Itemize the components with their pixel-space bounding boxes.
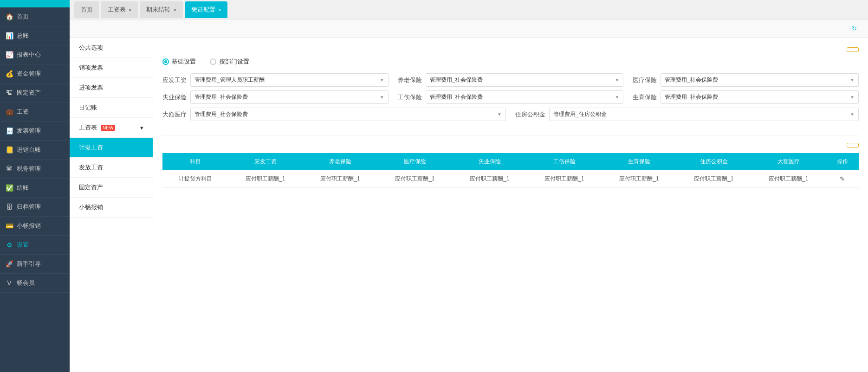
- tab-period-end-tab[interactable]: 期末结转×: [140, 1, 182, 18]
- table-row: 计提贷方科目 应付职工薪酬_1 应付职工薪酬_1 应付职工薪酬_1 应付职工薪酬…: [162, 170, 859, 188]
- refresh-button[interactable]: ↻: [852, 25, 859, 32]
- select-da-e-arrow: ▼: [497, 112, 502, 117]
- field-zhu-fang: 住房公积金 管理费用_住房公积金 ▼: [515, 108, 859, 121]
- left-nav-item-sales-invoice[interactable]: 销项发票: [70, 58, 153, 78]
- left-nav-item-purchase-invoice[interactable]: 进项发票: [70, 78, 153, 98]
- field-label-yi-liao: 医疗保险: [633, 76, 657, 84]
- nav-item-content-journal: 日记账: [79, 103, 97, 112]
- select-gong-shang[interactable]: 管理费用_社会保险费 ▼: [426, 90, 624, 104]
- left-nav-label-accrued-payroll: 计提工资: [79, 143, 103, 152]
- cell-action[interactable]: ✎: [826, 170, 859, 188]
- sidebar-item-archive[interactable]: 🗄 归档管理: [0, 198, 70, 217]
- sidebar-item-label-fund-management: 资金管理: [17, 70, 41, 78]
- sidebar-item-settings[interactable]: ⚙ 设置: [0, 236, 70, 255]
- select-ying-fa-arrow: ▼: [380, 77, 384, 83]
- select-yang-lao[interactable]: 管理费用_社会保险费 ▼: [426, 73, 624, 87]
- sidebar-item-guide[interactable]: 🚀 新手引导: [0, 255, 70, 274]
- th-养老保险: 养老保险: [303, 153, 377, 170]
- left-nav-item-public-options[interactable]: 公共选项: [70, 38, 153, 58]
- select-yang-lao-arrow: ▼: [615, 77, 619, 83]
- tab-label-payroll-tab: 工资表: [108, 6, 126, 14]
- sidebar-item-home[interactable]: 🏠 首页: [0, 7, 70, 26]
- tab-close-period-end-tab[interactable]: ×: [173, 7, 176, 13]
- left-nav-label-pay-payroll: 发放工资: [79, 163, 103, 172]
- field-shi-ye: 失业保险 管理费用_社会保险费 ▼: [162, 90, 389, 104]
- sidebar-item-label-member: 畅会员: [17, 279, 35, 287]
- left-nav-item-journal[interactable]: 日记账: [70, 98, 153, 118]
- sidebar-item-invoice-management[interactable]: 🧾 发票管理: [0, 122, 70, 141]
- sidebar-item-fund-management[interactable]: 💰 资金管理: [0, 64, 70, 83]
- left-nav-item-pay-payroll[interactable]: 发放工资: [70, 158, 153, 178]
- tab-voucher-config-tab[interactable]: 凭证配置×: [185, 1, 227, 18]
- th-大额医疗: 大额医疗: [751, 153, 826, 170]
- radio-basic-setting[interactable]: 基础设置: [162, 58, 196, 66]
- debit-auto-match-button[interactable]: [847, 47, 859, 52]
- sidebar-item-closing[interactable]: ✅ 结账: [0, 179, 70, 198]
- select-gong-shang-value: 管理费用_社会保险费: [430, 93, 483, 101]
- sidebar-item-payroll[interactable]: 💼 工资: [0, 103, 70, 122]
- cell-zhu-fang: 应付职工薪酬_1: [676, 170, 751, 188]
- select-sheng-yu[interactable]: 管理费用_社会保险费 ▼: [661, 90, 859, 104]
- sidebar-item-xiao-chang-expense[interactable]: 💳 小畅报销: [0, 217, 70, 236]
- sidebar-item-label-sales-ledger: 进销台账: [17, 146, 41, 154]
- radio-group: 基础设置 按部门设置: [162, 58, 859, 66]
- tab-payroll-tab[interactable]: 工资表×: [101, 1, 138, 18]
- tab-close-payroll-tab[interactable]: ×: [129, 7, 131, 13]
- radio-dept-setting[interactable]: 按部门设置: [210, 58, 249, 66]
- field-label-gong-shang: 工伤保险: [398, 93, 422, 102]
- sales-ledger-icon: 📒: [6, 146, 13, 154]
- left-nav-label-fixed-assets-nav: 固定资产: [79, 183, 103, 192]
- th-生育保险: 生育保险: [602, 153, 676, 170]
- sidebar-item-label-fixed-assets: 固定资产: [17, 89, 41, 97]
- left-nav-item-payroll-table[interactable]: 工资表NEW ▾: [70, 118, 153, 138]
- select-zhu-fang-value: 管理费用_住房公积金: [553, 110, 607, 118]
- left-nav-label-journal: 日记账: [79, 103, 97, 112]
- credit-auto-match-button[interactable]: [847, 143, 859, 148]
- radio-dept-circle: [210, 58, 216, 65]
- sidebar-item-label-general-ledger: 总账: [17, 32, 29, 40]
- tab-bar: 首页工资表×期末结转×凭证配置×: [70, 0, 868, 19]
- report-center-icon: 📈: [6, 51, 13, 58]
- tab-close-voucher-config-tab[interactable]: ×: [218, 7, 221, 13]
- sidebar-item-fixed-assets[interactable]: 🏗 固定资产: [0, 83, 70, 103]
- sidebar-item-general-ledger[interactable]: 📊 总账: [0, 26, 70, 45]
- debit-form-row3: 大额医疗 管理费用_社会保险费 ▼ 住房公积金 管理费用_住房公积金 ▼: [162, 108, 859, 121]
- left-nav-label-sales-invoice: 销项发票: [79, 64, 103, 72]
- tab-label-voucher-config-tab: 凭证配置: [191, 6, 215, 14]
- sidebar-item-sales-ledger[interactable]: 📒 进销台账: [0, 141, 70, 160]
- field-label-sheng-yu: 生育保险: [633, 93, 657, 102]
- debit-section: 基础设置 按部门设置 应发工资 管理费用_管理人员职工薪酬 ▼: [162, 47, 859, 121]
- tab-home-tab[interactable]: 首页: [74, 1, 99, 18]
- xiao-chang-expense-icon: 💳: [6, 222, 13, 230]
- sidebar-item-member[interactable]: V 畅会员: [0, 274, 70, 293]
- app-header: [0, 0, 70, 7]
- th-医疗保险: 医疗保险: [377, 153, 452, 170]
- sidebar-item-label-guide: 新手引导: [17, 260, 41, 268]
- select-yi-liao-arrow: ▼: [850, 77, 855, 83]
- select-ying-fa[interactable]: 管理费用_管理人员职工薪酬 ▼: [190, 73, 389, 87]
- sidebar-item-report-center[interactable]: 📈 报表中心: [0, 45, 70, 64]
- select-shi-ye-value: 管理费用_社会保险费: [194, 93, 248, 101]
- radio-dept-label: 按部门设置: [219, 58, 249, 66]
- cell-subject: 计提贷方科目: [162, 170, 228, 188]
- sidebar-item-tax-management[interactable]: 🏛 税务管理: [0, 160, 70, 179]
- cell-da-e: 应付职工薪酬_1: [751, 170, 826, 188]
- field-label-yang-lao: 养老保险: [398, 76, 422, 84]
- general-ledger-icon: 📊: [6, 32, 13, 39]
- select-sheng-yu-value: 管理费用_社会保险费: [665, 93, 718, 101]
- fund-management-icon: 💰: [6, 70, 13, 77]
- credit-table-body: 计提贷方科目 应付职工薪酬_1 应付职工薪酬_1 应付职工薪酬_1 应付职工薪酬…: [162, 170, 859, 188]
- cell-shi-ye: 应付职工薪酬_1: [452, 170, 527, 188]
- left-nav-item-xiao-chang-expense-nav[interactable]: 小畅报销: [70, 198, 153, 218]
- left-nav-label-xiao-chang-expense-nav: 小畅报销: [79, 203, 103, 212]
- select-zhu-fang[interactable]: 管理费用_住房公积金 ▼: [549, 108, 859, 121]
- select-shi-ye[interactable]: 管理费用_社会保险费 ▼: [190, 90, 389, 104]
- select-da-e[interactable]: 管理费用_社会保险费 ▼: [190, 108, 506, 121]
- left-nav-item-fixed-assets-nav[interactable]: 固定资产: [70, 178, 153, 198]
- select-gong-shang-arrow: ▼: [615, 95, 619, 100]
- left-nav-item-accrued-payroll[interactable]: 计提工资: [70, 138, 153, 158]
- edit-icon[interactable]: ✎: [840, 175, 845, 182]
- th-操作: 操作: [826, 153, 859, 170]
- th-工伤保险: 工伤保险: [527, 153, 602, 170]
- select-yi-liao[interactable]: 管理费用_社会保险费 ▼: [661, 73, 859, 87]
